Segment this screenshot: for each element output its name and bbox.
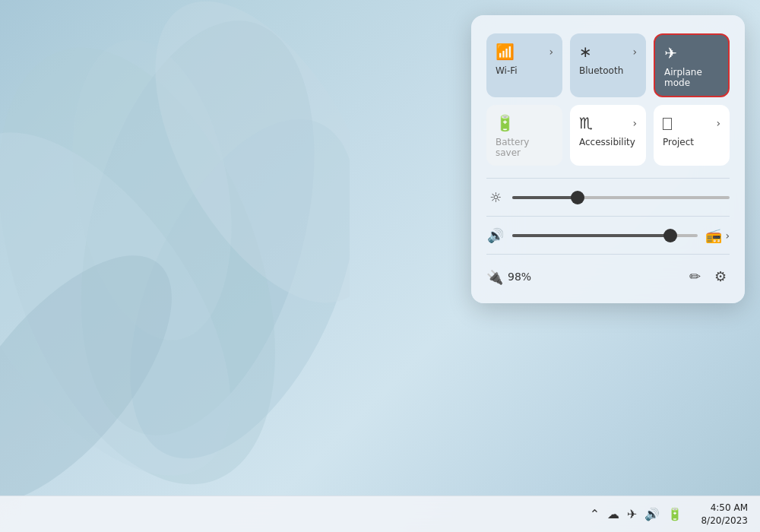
volume-device-control[interactable]: 📻 › [705, 227, 730, 243]
wifi-icon: 📶 [496, 43, 515, 61]
battery-icon: 🔌 [486, 269, 503, 285]
brightness-thumb[interactable] [571, 191, 584, 204]
divider-1 [486, 178, 730, 179]
volume-chevron: › [725, 230, 730, 242]
bluetooth-chevron: › [632, 46, 637, 58]
taskbar: ⌃ ☁ ✈ 🔊 🔋 4:50 AM 8/20/2023 [0, 496, 760, 532]
volume-slider-row: 🔊 📻 › [486, 227, 730, 243]
edit-button[interactable]: ✏ [686, 265, 704, 288]
volume-fill [512, 234, 670, 237]
accessibility-tile[interactable]: ♏ › Accessibility [570, 105, 646, 166]
quick-settings-panel: 📶 › Wi-Fi ∗ › Bluetooth ✈ Airplane mode … [471, 15, 745, 303]
system-tray: ⌃ ☁ ✈ 🔊 🔋 [582, 504, 691, 524]
wifi-chevron: › [549, 46, 553, 58]
airplane-mode-tile[interactable]: ✈ Airplane mode [654, 33, 730, 97]
tiles-grid: 📶 › Wi-Fi ∗ › Bluetooth ✈ Airplane mode … [486, 33, 730, 166]
brightness-fill [512, 196, 578, 199]
bluetooth-icon: ∗ [579, 43, 592, 61]
volume-icon: 🔊 [486, 227, 505, 243]
wifi-label: Wi-Fi [496, 65, 518, 76]
volume-thumb[interactable] [663, 229, 677, 242]
battery-saver-tile: 🔋 Battery saver [486, 105, 562, 166]
project-chevron: › [716, 117, 720, 129]
tray-battery-icon[interactable]: 🔋 [667, 507, 682, 521]
brightness-icon: ☼ [486, 189, 505, 205]
wifi-tile[interactable]: 📶 › Wi-Fi [486, 33, 562, 97]
speaker-device-icon: 📻 [705, 227, 722, 243]
brightness-slider[interactable] [512, 190, 730, 205]
taskbar-right: ⌃ ☁ ✈ 🔊 🔋 4:50 AM 8/20/2023 [582, 502, 754, 527]
project-icon: ⎕ [663, 114, 672, 132]
tray-cloud-icon[interactable]: ☁ [607, 507, 619, 521]
battery-saver-icon: 🔋 [496, 114, 515, 132]
taskbar-date-display: 8/20/2023 [701, 515, 748, 527]
accessibility-chevron: › [632, 117, 637, 129]
accessibility-label: Accessibility [579, 137, 635, 147]
tray-volume-icon[interactable]: 🔊 [644, 507, 660, 521]
volume-track [512, 234, 698, 237]
tray-chevron-up-icon[interactable]: ⌃ [590, 507, 600, 521]
airplane-label: Airplane mode [664, 67, 719, 88]
bluetooth-tile[interactable]: ∗ › Bluetooth [570, 33, 646, 97]
battery-info: 🔌 98% [486, 269, 531, 285]
project-label: Project [663, 137, 694, 147]
airplane-icon: ✈ [664, 44, 677, 62]
project-tile[interactable]: ⎕ › Project [654, 105, 730, 166]
divider-3 [486, 254, 730, 255]
settings-button[interactable]: ⚙ [711, 265, 730, 288]
divider-2 [486, 216, 730, 217]
brightness-slider-row: ☼ [486, 189, 730, 205]
battery-saver-label: Battery saver [496, 137, 553, 158]
footer-actions: ✏ ⚙ [686, 265, 730, 288]
volume-slider[interactable] [512, 228, 698, 243]
panel-footer: 🔌 98% ✏ ⚙ [486, 265, 730, 288]
accessibility-icon: ♏ [579, 114, 593, 132]
taskbar-clock[interactable]: 4:50 AM 8/20/2023 [695, 502, 754, 527]
taskbar-time-display: 4:50 AM [711, 502, 748, 515]
battery-percentage: 98% [508, 271, 531, 283]
tray-airplane-icon[interactable]: ✈ [627, 507, 637, 521]
bluetooth-label: Bluetooth [579, 65, 623, 76]
brightness-track [512, 196, 730, 199]
